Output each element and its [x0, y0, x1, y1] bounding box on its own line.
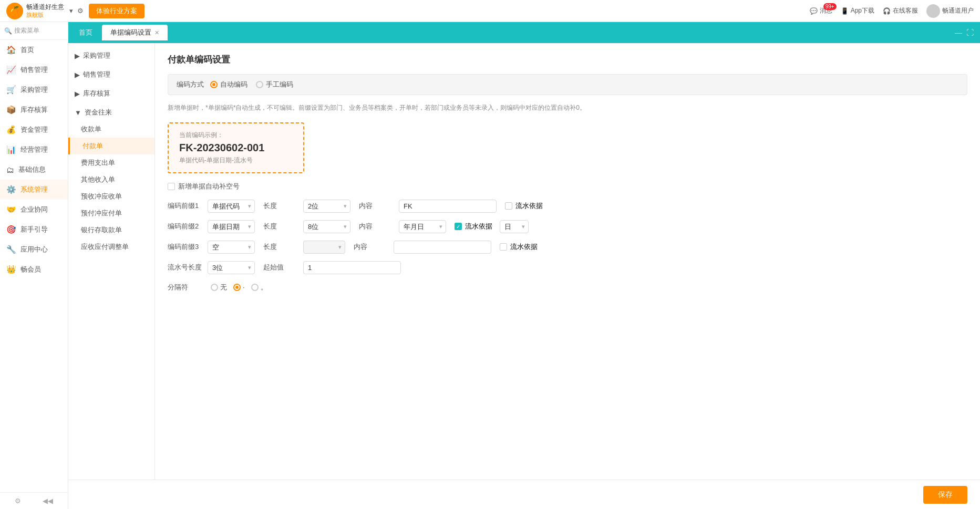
form-row-prefix1: 编码前缀1 单据代码 长度 2位 [168, 200, 967, 213]
sidebar-nav: 🏠 首页 📈 销售管理 🛒 采购管理 📦 库存核算 💰 资金管理 📊 经 [0, 40, 68, 492]
sidebar-item-purchase[interactable]: 🛒 采购管理 [0, 80, 68, 100]
sub-nav-label: 销售管理 [83, 70, 110, 79]
serial2-checkbox[interactable] [455, 223, 462, 230]
radio-manual-code[interactable]: 手工编码 [256, 80, 293, 89]
serial3-item: 流水依据 [500, 242, 538, 252]
user-info[interactable]: 畅通道用户 [926, 4, 974, 18]
tab-minimize-btn[interactable]: — [955, 28, 962, 37]
sidebar-item-inventory[interactable]: 📦 库存核算 [0, 100, 68, 120]
length2-select[interactable]: 8位 [303, 220, 350, 233]
content-area: 首页 单据编码设置 ✕ — ⛶ ▶ 采购管理 [68, 22, 980, 509]
sidebar-item-enterprise[interactable]: 🤝 企业协同 [0, 200, 68, 220]
vip-icon: 👑 [6, 265, 16, 274]
app-logo: 🍊 畅通道好生意 旗舰版 [6, 3, 64, 19]
separator-label: 分隔符 [168, 283, 204, 292]
sidebar-item-vip[interactable]: 👑 畅会员 [0, 259, 68, 279]
sidebar-item-capital[interactable]: 💰 资金管理 [0, 120, 68, 140]
sub-nav-bank[interactable]: 银行存取款单 [68, 222, 154, 238]
tab-bar: 首页 单据编码设置 ✕ — ⛶ [68, 22, 980, 43]
content3-item: 内容 [354, 241, 491, 254]
serial3-checkbox[interactable] [500, 243, 507, 251]
form-row-prefix2: 编码前缀2 单据日期 长度 8位 [168, 220, 967, 233]
tab-home-label: 首页 [79, 28, 92, 37]
sidebar-item-apps[interactable]: 🔧 应用中心 [0, 240, 68, 259]
sidebar-item-system[interactable]: ⚙️ 系统管理 [0, 180, 68, 200]
content2-select[interactable]: 年月日 [399, 220, 446, 233]
sep-dot-radio[interactable]: · [233, 283, 245, 291]
app-download-action[interactable]: 📱 App下载 [841, 6, 874, 15]
sidebar-item-home[interactable]: 🏠 首页 [0, 40, 68, 60]
sub-nav-adj[interactable]: 应收应付调整单 [68, 238, 154, 255]
sub-nav-header-purchase[interactable]: ▶ 采购管理 [68, 47, 154, 64]
save-bar: 保存 [68, 480, 980, 509]
sidebar-item-basic[interactable]: 🗂 基础信息 [0, 160, 68, 180]
length3-select[interactable] [303, 241, 345, 254]
sub-nav-receipt[interactable]: 收款单 [68, 121, 154, 138]
online-service-action[interactable]: 🎧 在线客服 [883, 6, 918, 15]
start-value-item: 起始值 [263, 261, 401, 274]
serial1-checkbox[interactable] [505, 202, 512, 210]
home-icon: 🏠 [6, 45, 16, 55]
sep-none-radio[interactable]: 无 [211, 283, 227, 292]
capital-icon: 💰 [6, 125, 16, 134]
serial-length-select[interactable]: 3位 4位 5位 6位 [208, 261, 255, 274]
message-action[interactable]: 💬 消息 99+ [810, 6, 832, 15]
period2-select[interactable]: 日 月 年 [500, 220, 529, 233]
purchase-icon: 🛒 [6, 85, 16, 95]
prefix1-select[interactable]: 单据代码 [208, 200, 255, 213]
radio-auto-code[interactable]: 自动编码 [210, 80, 247, 89]
sidebar-item-label: 库存核算 [20, 105, 48, 115]
content1-input[interactable] [399, 200, 497, 213]
length1-select[interactable]: 2位 [303, 200, 350, 213]
sub-nav-expense[interactable]: 费用支出单 [68, 154, 154, 171]
auto-fill-row: 新增单据自动补空号 [168, 182, 967, 191]
sub-nav-other-income[interactable]: 其他收入单 [68, 171, 154, 188]
auto-fill-checkbox[interactable] [168, 183, 175, 190]
sep-dash-circle [251, 284, 259, 291]
prefix3-select[interactable]: 空 [208, 241, 255, 254]
tab-serial-config[interactable]: 单据编码设置 ✕ [102, 25, 168, 40]
sub-nav-payment[interactable]: 付款单 [68, 138, 154, 154]
form-row-serial-length: 流水号长度 3位 4位 5位 6位 起始值 [168, 261, 967, 274]
form-section: 编码前缀1 单据代码 长度 2位 [168, 200, 967, 274]
prefix2-select[interactable]: 单据日期 [208, 220, 255, 233]
start-value-input[interactable] [303, 261, 401, 274]
sidebar-search[interactable]: 🔍 搜索菜单 [0, 22, 68, 40]
sub-nav-header-capital[interactable]: ▼ 资金往来 [68, 104, 154, 121]
sidebar-item-sales[interactable]: 📈 销售管理 [0, 60, 68, 80]
length2-item: 长度 8位 [263, 220, 350, 233]
sidebar-item-newbie[interactable]: 🎯 新手引导 [0, 220, 68, 240]
prefix3-item: 编码前缀3 空 [168, 241, 255, 254]
sidebar-item-label: 销售管理 [20, 65, 48, 75]
sub-nav-header-inventory[interactable]: ▶ 库存核算 [68, 85, 154, 102]
arrow-icon: ▶ [75, 90, 80, 98]
operation-icon: 📊 [6, 145, 16, 154]
newbie-icon: 🎯 [6, 225, 16, 234]
start-value-label: 起始值 [263, 263, 300, 272]
prefix1-label: 编码前缀1 [168, 201, 204, 211]
settings-icon[interactable]: ⚙ [77, 7, 84, 15]
arrow-icon: ▶ [75, 71, 80, 79]
sub-nav-header-sales[interactable]: ▶ 销售管理 [68, 66, 154, 83]
sep-dash-radio[interactable]: 。 [251, 283, 267, 292]
top-nav-breadcrumb: ▾ ⚙ [69, 7, 84, 15]
sub-nav-group-purchase: ▶ 采购管理 [68, 47, 154, 64]
save-button[interactable]: 保存 [923, 486, 967, 504]
industry-btn[interactable]: 体验行业方案 [89, 4, 145, 18]
tab-maximize-btn[interactable]: ⛶ [966, 28, 974, 37]
tab-home[interactable]: 首页 [70, 25, 101, 40]
app-download-label: App下载 [851, 6, 874, 15]
length3-label: 长度 [263, 242, 300, 252]
content3-input[interactable] [394, 241, 491, 254]
sales-icon: 📈 [6, 65, 16, 75]
settings-bottom-btn[interactable]: ⚙ [15, 497, 21, 505]
collapse-btn[interactable]: ◀◀ [43, 497, 53, 505]
system-icon: ⚙️ [6, 185, 16, 194]
length2-label: 长度 [263, 222, 300, 231]
sidebar-item-operation[interactable]: 📊 经营管理 [0, 140, 68, 160]
sub-nav-prepay-pay[interactable]: 预付冲应付单 [68, 205, 154, 222]
arrow-icon: ▶ [75, 52, 80, 60]
sub-nav-prepay-recv[interactable]: 预收冲应收单 [68, 188, 154, 205]
tab-close-btn[interactable]: ✕ [154, 29, 159, 36]
content2-label: 内容 [359, 222, 396, 231]
